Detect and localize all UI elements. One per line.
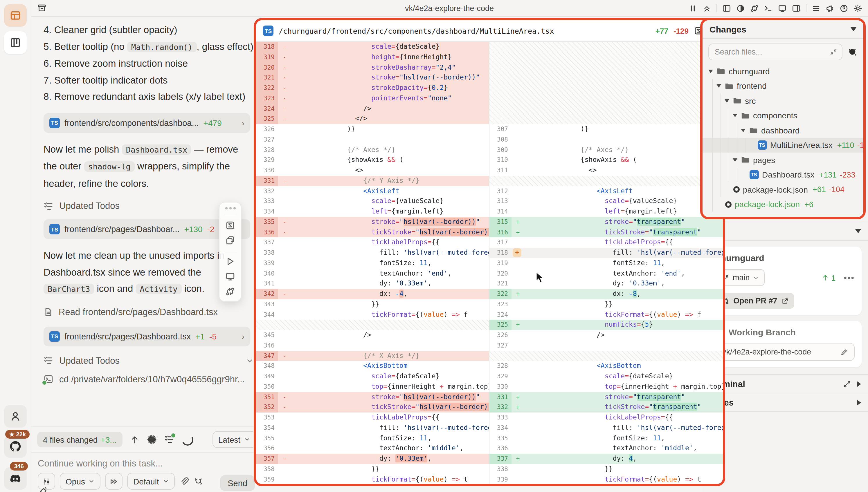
diff-line[interactable]: 355 fontSize: 11, [256,433,489,444]
diff-line[interactable]: 348 <AxisBottom [256,361,489,372]
github-button[interactable]: ★ 22k [4,435,27,458]
terminal-command-row[interactable]: cd /private/var/folders/10/h7w0q46556ggr… [44,374,254,385]
caret-down-icon[interactable] [717,84,721,88]
play-icon[interactable] [225,256,235,266]
diff-line[interactable]: 321 dy: '0.33em', [489,279,723,289]
diff-line[interactable]: 336 textAnchor: 'middle', [489,444,723,454]
panel-right-icon[interactable] [792,4,801,13]
updated-todos-row-2[interactable]: Updated Todos [44,355,254,366]
working-branch-input[interactable]: vk/4e2a-explore-the-code [716,343,855,361]
fast-forward-button[interactable] [105,473,123,490]
diff-line[interactable]: 339 tickFormat={(value) => t [489,474,723,485]
diff-line[interactable]: 317 tickLabelProps={{ [489,238,723,248]
kanban-view-button[interactable] [4,31,27,54]
caret-down-icon[interactable] [741,129,746,132]
tree-item-churnguard[interactable]: churnguard [703,64,863,79]
diff-line[interactable]: 335 fontSize: 11, [489,433,723,444]
display-icon[interactable] [778,4,787,13]
diff-line[interactable]: 329 {showAxis && ( [256,155,489,166]
diff-line[interactable]: 340 textAnchor: 'end', [256,268,489,279]
theme-icon[interactable] [736,4,745,13]
copy-icon[interactable] [225,236,235,245]
terminal-icon[interactable] [764,4,773,13]
todos-status-icon[interactable] [164,435,174,444]
diff-line[interactable]: 330 <> [256,165,489,176]
model-dropdown[interactable]: Opus [60,473,101,490]
diff-line[interactable]: 334 left={margin.left} [256,206,489,217]
arrow-up-icon[interactable] [130,435,139,444]
announce-icon[interactable] [826,4,834,13]
git-compare-icon[interactable] [750,4,759,13]
diff-line[interactable]: 314 left={margin.left} [489,206,723,217]
latest-dropdown[interactable]: Latest [212,431,256,448]
diff-line[interactable]: 319- height={innerHeight} [256,52,489,63]
diff-line[interactable]: 333 tickLabelProps={{ [489,413,723,423]
diff-line[interactable]: 353 tickLabelProps={{ [256,413,489,423]
diff-icon[interactable] [225,220,235,230]
diff-line[interactable]: 318- scale={dateScale} [256,42,489,52]
collapse-all-icon[interactable] [703,4,711,13]
caret-down-icon[interactable] [708,70,713,73]
terminal-section-header[interactable]: Terminal [703,374,868,393]
diff-line[interactable]: 331+ stroke="transparent" [489,392,723,402]
collapse-tree-icon[interactable] [830,48,837,56]
diff-line[interactable]: 322+ dx: -8, [489,289,723,299]
diff-line[interactable]: 352- tickStroke="hsl(var(--border))" [256,402,489,413]
diff-line[interactable]: 337+ dy: 4, [489,454,723,464]
changes-section-header[interactable]: Changes [703,20,863,39]
diff-line[interactable]: 354 fill: 'hsl(var(--muted-foreground))'… [256,423,489,434]
diff-line[interactable]: 338 fill: 'hsl(var(--muted-foreground))'… [256,248,489,258]
settings-icon[interactable] [853,4,862,13]
open-pr-button[interactable]: Open PR #7 [716,293,794,309]
diff-line[interactable]: 315+ stroke="transparent" [489,217,723,227]
diff-line[interactable]: 332 <AxisLeft [256,186,489,196]
diff-line[interactable]: 330 top={innerHeight + margin.top} [489,382,723,392]
tree-item-dashboard-tsx[interactable]: TSDashboard.tsx+131-233 [703,167,863,182]
add-comment-button[interactable]: + [513,248,521,257]
diff-line[interactable]: 312 <AxisLeft [489,186,723,196]
diff-line[interactable]: 328 <AxisBottom [489,361,723,372]
diff-line[interactable]: 356 textAnchor: 'middle', [256,444,489,454]
panel-left-icon[interactable] [722,4,731,13]
tree-item-package-lock-json[interactable]: package-lock.json+6 [703,197,863,212]
display-icon[interactable] [225,272,235,281]
pause-icon[interactable] [688,4,697,13]
git-section-header[interactable]: Git [703,222,868,241]
drag-handle-icon[interactable] [225,207,235,210]
highlighter-icon[interactable] [38,486,48,492]
diff-line[interactable]: 309 {/* Axes */} [489,145,723,155]
diff-line[interactable]: 331- {/* Y Axis */} [256,176,489,186]
diff-line[interactable]: 346 [256,341,489,351]
diff-line[interactable]: 341 dy: '0.33em', [256,279,489,289]
tree-item-package-lock-json[interactable]: package-lock.json+61-104 [703,182,863,197]
discord-button[interactable]: 346 [4,467,27,490]
diff-line[interactable]: 357- dy: '0.33em', [256,454,489,464]
expand-icon[interactable] [843,380,851,388]
diff-line[interactable]: 322- strokeOpacity={0.2} [256,83,489,93]
files-changed-chip[interactable]: 4 files changed+3... [37,432,122,447]
diff-line[interactable]: 320 textAnchor: 'end', [489,268,723,279]
diff-line[interactable]: 335- stroke="hsl(var(--border))" [256,217,489,227]
git-compare-icon[interactable] [225,287,235,296]
diff-line[interactable]: 358 }} [256,464,489,474]
file-chip-dashboard-component[interactable]: TS frontend/src/components/dashboa...+47… [44,113,250,132]
diff-line[interactable]: 359 tickFormat={(value) => t [256,474,489,485]
diff-line[interactable]: 347- {/* X Axis */} [256,351,489,361]
layout-view-button[interactable] [4,4,27,27]
caret-down-icon[interactable] [733,114,737,118]
diff-line[interactable]: 310 {showAxis && ( [489,155,723,166]
diff-line[interactable]: 320- strokeDasharray="2,4" [256,63,489,73]
diff-line[interactable]: 324 tickFormat={(value) => f [489,310,723,320]
diff-line[interactable]: 343 }} [256,299,489,310]
cat-icon[interactable] [847,47,858,57]
notes-section-header[interactable]: Notes [703,393,868,412]
burst-icon[interactable] [147,435,157,444]
send-button[interactable]: Send [220,475,255,491]
caret-down-icon[interactable] [725,99,729,103]
tree-item-src[interactable]: src [703,93,863,108]
account-button[interactable] [4,405,27,427]
caret-down-icon[interactable] [733,158,737,162]
diff-line[interactable]: 332+ tickStroke="transparent" [489,402,723,413]
composer-input[interactable]: Continue working on this task... [38,458,256,469]
diff-line[interactable]: 319 fontSize: 11, [489,258,723,269]
